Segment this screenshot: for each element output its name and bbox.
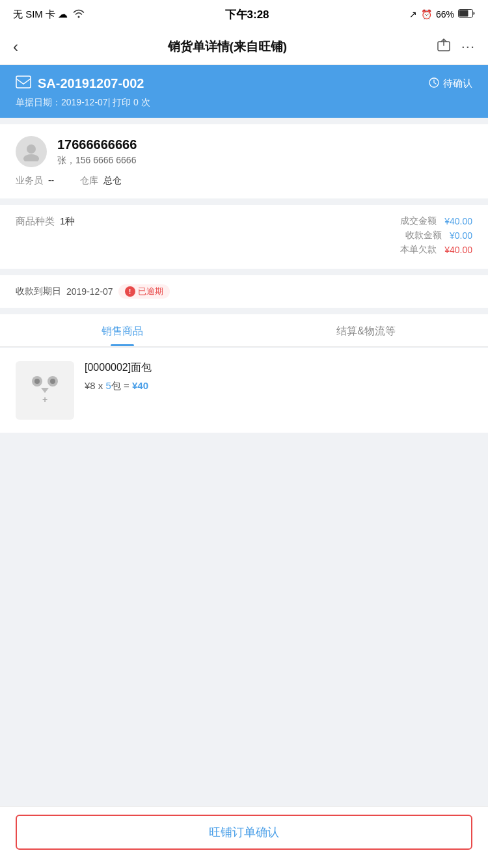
confirm-order-button[interactable]: 旺铺订单确认 [16,815,472,850]
sim-status: 无 SIM 卡 ☁ [13,8,68,21]
salesman-field: 业务员 -- [16,175,54,187]
due-date-value: 2019-12-07 [66,286,113,297]
product-price: ¥8 x 5包 = ¥40 [85,380,472,392]
product-thumbnail: + [16,361,74,420]
customer-phone: 17666666666 [57,137,137,152]
customer-avatar [16,136,47,167]
nav-actions: ··· [437,38,475,55]
content-spacer [0,433,488,550]
bottom-bar: 旺铺订单确认 [0,806,488,868]
order-status: 待确认 [429,77,472,90]
svg-rect-3 [16,76,31,88]
tab-sales-products[interactable]: 销售商品 [0,314,244,346]
location-icon: ↗ [409,9,417,20]
battery-icon [458,9,475,20]
due-date-label: 收款到期日 [16,286,61,297]
product-name: [0000002]面包 [85,361,472,375]
back-button[interactable]: ‹ [13,38,18,56]
svg-rect-1 [459,10,468,17]
due-date-card: 收款到期日 2019-12-07 ! 已逾期 [0,275,488,308]
status-bar: 无 SIM 卡 ☁ 下午3:28 ↗ ⏰ 66% [0,0,488,29]
order-header: SA-20191207-002 待确认 单据日期：2019-12-07| 打印 … [0,65,488,118]
clock-icon [429,77,439,90]
tabs-container: 销售商品 结算&物流等 [0,314,488,347]
overdue-badge: ! 已逾期 [118,284,170,299]
customer-card: 17666666666 张，156 6666 6666 业务员 -- 仓库 总仓 [0,124,488,198]
tab-settlement-logistics[interactable]: 结算&物流等 [244,314,488,346]
status-time: 下午3:28 [225,7,269,22]
overdue-dot-icon: ! [125,286,135,297]
product-list: + [0000002]面包 ¥8 x 5包 = ¥40 [0,348,488,433]
order-number: SA-20191207-002 [16,75,144,92]
wifi-icon [73,9,85,20]
owl-plus-icon: + [42,394,47,405]
customer-name: 张，156 6666 6666 [57,155,137,167]
svg-point-6 [23,154,39,161]
alarm-icon: ⏰ [421,9,432,20]
svg-point-5 [27,144,36,154]
battery-level: 66% [436,9,454,20]
order-envelope-icon [16,75,31,92]
summary-card: 商品种类 1种 成交金额 ¥40.00 收款金额 ¥0.00 本单欠款 ¥40.… [0,205,488,269]
customer-meta: 业务员 -- 仓库 总仓 [16,175,472,187]
product-item: + [0000002]面包 ¥8 x 5包 = ¥40 [0,348,488,433]
product-info: [0000002]面包 ¥8 x 5包 = ¥40 [85,361,472,392]
status-left: 无 SIM 卡 ☁ [13,8,85,21]
financial-summary: 成交金额 ¥40.00 收款金额 ¥0.00 本单欠款 ¥40.00 [400,215,472,258]
more-icon[interactable]: ··· [461,38,475,55]
page-title: 销货单详情(来自旺铺) [168,38,288,55]
share-icon[interactable] [437,38,451,55]
order-date: 单据日期：2019-12-07| 打印 0 次 [16,97,472,109]
status-right: ↗ ⏰ 66% [409,9,475,20]
product-type: 商品种类 1种 [16,215,75,228]
nav-bar: ‹ 销货单详情(来自旺铺) ··· [0,29,488,65]
warehouse-field: 仓库 总仓 [80,175,122,187]
